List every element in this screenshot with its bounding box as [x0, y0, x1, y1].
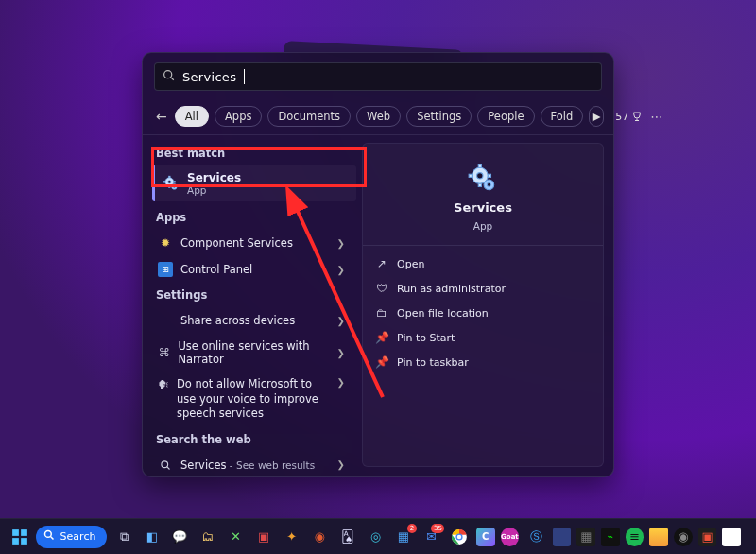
- text-caret: [244, 69, 245, 84]
- svg-rect-21: [12, 529, 19, 536]
- xbox-icon[interactable]: ✕: [225, 526, 248, 548]
- search-icon: [158, 458, 173, 473]
- action-pin-start[interactable]: 📌 Pin to Start: [367, 325, 599, 350]
- result-component-services[interactable]: ✹ Component Services ❯: [152, 230, 356, 256]
- chat-icon[interactable]: 💬: [169, 526, 192, 548]
- chevron-right-icon: ❯: [337, 316, 351, 326]
- action-label: Open file location: [397, 307, 489, 320]
- search-input[interactable]: Services: [154, 62, 602, 91]
- solitaire-icon[interactable]: 🂡: [336, 526, 359, 548]
- skype-icon[interactable]: Ⓢ: [524, 526, 547, 548]
- result-narrator-services[interactable]: ⌘ Use online services with Narrator ❯: [152, 334, 356, 372]
- preview-title: Services: [454, 200, 512, 215]
- svg-rect-6: [163, 181, 165, 182]
- section-settings: Settings: [152, 283, 356, 307]
- task-view-icon[interactable]: ⧉: [112, 526, 135, 548]
- result-control-panel[interactable]: ⊞ Control Panel ❯: [152, 256, 356, 283]
- result-voice-services[interactable]: 🗣 Do not allow Microsoft to use your voi…: [152, 372, 356, 427]
- filter-tab-all[interactable]: All: [175, 106, 209, 127]
- chevron-right-icon: ❯: [337, 265, 351, 275]
- overflow-icon[interactable]: ⋯: [648, 110, 664, 124]
- svg-line-1: [171, 78, 174, 80]
- appC-icon[interactable]: ⌁: [601, 528, 620, 546]
- svg-point-19: [487, 182, 490, 186]
- action-label: Pin to taskbar: [397, 356, 469, 369]
- filter-bar: ← All Apps Documents Web Settings People…: [143, 98, 613, 135]
- gear-icon: ✹: [158, 235, 173, 251]
- chevron-right-icon: ❯: [337, 459, 351, 470]
- appA-icon[interactable]: [553, 528, 572, 546]
- chrome-icon[interactable]: [448, 526, 471, 548]
- best-match-item[interactable]: Services App: [152, 165, 356, 201]
- appF-icon[interactable]: [722, 528, 741, 546]
- photos-icon[interactable]: ▦2: [392, 526, 415, 548]
- action-pin-taskbar[interactable]: 📌 Pin to taskbar: [367, 350, 599, 374]
- svg-point-0: [164, 71, 172, 78]
- taskbar-search-label: Search: [60, 530, 96, 543]
- results-area: Best match Services App Apps ✹ Compone: [143, 135, 613, 476]
- result-share-devices[interactable]: Share across devices ❯: [152, 307, 356, 334]
- services-large-gear-icon: [467, 163, 499, 195]
- preview-actions: ↗ Open 🛡 Run as administrator 🗀 Open fil…: [363, 245, 603, 380]
- filter-more-icon[interactable]: ▶: [589, 106, 604, 127]
- results-list: Best match Services App Apps ✹ Compone: [143, 135, 356, 476]
- rewards-points[interactable]: 57: [615, 111, 643, 123]
- search-text: Services: [182, 70, 236, 84]
- obs-icon[interactable]: ◉: [674, 528, 693, 546]
- movies-icon[interactable]: ▣: [252, 526, 275, 548]
- blank-icon: [158, 313, 173, 328]
- points-value: 57: [615, 111, 628, 123]
- chevron-right-icon: ❯: [337, 348, 351, 358]
- result-label: Control Panel: [180, 263, 252, 276]
- folder-icon: 🗀: [374, 305, 389, 320]
- svg-line-11: [167, 466, 170, 469]
- svg-rect-22: [21, 529, 27, 536]
- tips-icon[interactable]: ✦: [281, 526, 303, 548]
- svg-rect-14: [478, 164, 481, 167]
- filter-tab-web[interactable]: Web: [356, 106, 401, 127]
- taskbar-search-button[interactable]: Search: [36, 526, 108, 548]
- svg-point-10: [162, 460, 168, 467]
- result-label: Share across devices: [180, 314, 295, 327]
- mail-icon[interactable]: ✉35: [421, 526, 443, 548]
- result-label: Do not allow Microsoft to use your voice…: [177, 377, 330, 422]
- svg-point-25: [44, 531, 51, 538]
- result-web-services[interactable]: Services - See web results ❯: [152, 452, 356, 476]
- chevron-right-icon: ❯: [337, 377, 351, 388]
- widgets-icon[interactable]: ◧: [141, 526, 163, 548]
- result-label: Use online services with Narrator: [178, 339, 329, 366]
- action-label: Open: [397, 258, 424, 270]
- appB-icon[interactable]: ▦: [576, 528, 595, 546]
- best-match-title: Services: [187, 171, 241, 184]
- spotify-icon[interactable]: ≡: [626, 528, 644, 546]
- search-icon: [163, 69, 175, 84]
- filter-tab-apps[interactable]: Apps: [215, 106, 262, 127]
- back-icon[interactable]: ←: [154, 109, 169, 124]
- filter-tab-settings[interactable]: Settings: [406, 106, 472, 127]
- svg-rect-7: [174, 181, 176, 182]
- svg-rect-24: [21, 538, 27, 545]
- narrator-icon: ⌘: [158, 345, 170, 360]
- filter-tab-people[interactable]: People: [477, 106, 534, 127]
- pin-icon: 📌: [374, 330, 389, 345]
- svg-point-13: [477, 173, 483, 179]
- open-icon: ↗: [374, 256, 389, 271]
- office-icon[interactable]: ◉: [308, 526, 331, 548]
- chevron-right-icon: ❯: [337, 238, 351, 249]
- filter-tab-documents[interactable]: Documents: [267, 106, 351, 127]
- appD-icon[interactable]: [649, 528, 668, 546]
- appE-icon[interactable]: ▣: [698, 528, 717, 546]
- search-icon: [43, 529, 55, 544]
- filter-tab-folders[interactable]: Fold: [541, 106, 584, 127]
- result-label: Services - See web results: [180, 459, 315, 472]
- start-button[interactable]: [9, 527, 30, 547]
- preview-pane: Services App ↗ Open 🛡 Run as administrat…: [356, 135, 613, 476]
- action-open-location[interactable]: 🗀 Open file location: [367, 301, 599, 325]
- explorer-icon[interactable]: 🗂: [197, 526, 219, 548]
- services-gear-icon: [163, 175, 180, 192]
- action-run-admin[interactable]: 🛡 Run as administrator: [367, 276, 599, 301]
- action-open[interactable]: ↗ Open: [367, 251, 599, 276]
- canva-icon[interactable]: C: [476, 528, 495, 546]
- goat-icon[interactable]: Goat: [501, 528, 520, 546]
- edge-icon[interactable]: ◎: [365, 526, 387, 548]
